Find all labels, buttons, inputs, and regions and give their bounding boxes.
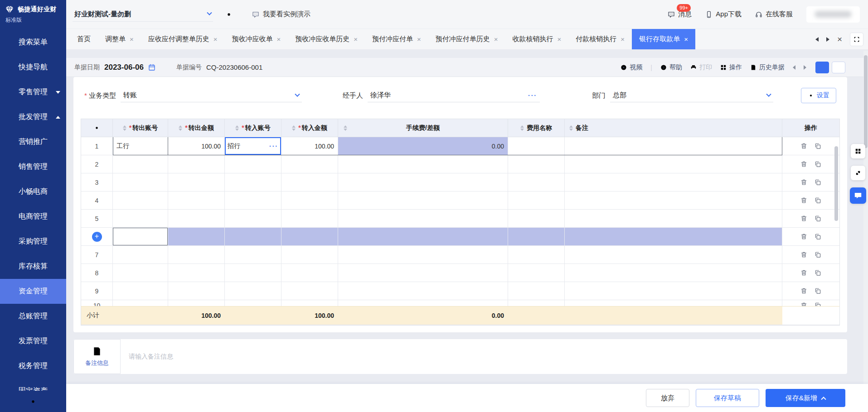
picker-dots-icon[interactable]: ···: [269, 143, 278, 150]
in-account-cell[interactable]: [225, 173, 281, 191]
row-number-cell[interactable]: 7: [81, 246, 113, 263]
close-icon[interactable]: [130, 36, 134, 43]
out-account-cell[interactable]: [113, 282, 168, 300]
note-input[interactable]: 请输入备注信息: [121, 339, 847, 374]
sidebar-item-inventory[interactable]: 库存核算: [0, 254, 66, 279]
col-header-in-account[interactable]: 转入账号: [225, 119, 281, 137]
delete-row-icon[interactable]: [800, 197, 807, 204]
remark-cell[interactable]: [565, 155, 782, 173]
remark-cell[interactable]: [565, 137, 782, 155]
delete-row-icon[interactable]: [800, 302, 807, 306]
remark-cell[interactable]: [565, 282, 782, 300]
copy-row-icon[interactable]: [815, 215, 821, 222]
fee-name-cell[interactable]: [508, 264, 565, 282]
delete-row-icon[interactable]: [800, 233, 807, 240]
messages-button[interactable]: 99+ 消息: [668, 10, 692, 19]
sort-icon[interactable]: [344, 125, 347, 131]
fee-cell[interactable]: [338, 282, 508, 300]
in-account-cell[interactable]: [225, 246, 281, 263]
out-account-cell[interactable]: [113, 264, 168, 282]
tab-advance-receipt-offset-history[interactable]: 预收冲应收单历史: [288, 29, 365, 49]
sort-icon[interactable]: [292, 125, 296, 131]
copy-row-icon[interactable]: [815, 251, 821, 258]
out-amount-cell[interactable]: [168, 282, 225, 300]
copy-row-icon[interactable]: [815, 179, 821, 186]
in-amount-cell[interactable]: [281, 264, 338, 282]
col-header-fee[interactable]: 手续费/差额: [338, 119, 508, 137]
in-account-cell[interactable]: 招行···: [225, 137, 281, 155]
handler-picker[interactable]: 徐泽华 ···: [368, 89, 540, 102]
next-doc-icon[interactable]: [804, 65, 806, 70]
col-header-out-amount[interactable]: 转出金额: [168, 119, 225, 137]
remark-cell[interactable]: [565, 173, 782, 191]
remark-cell[interactable]: [565, 210, 782, 227]
tab-adjust-doc[interactable]: 调整单: [98, 29, 141, 49]
row-number-cell[interactable]: 5: [81, 210, 113, 227]
out-account-cell[interactable]: [113, 210, 168, 227]
fee-cell[interactable]: [338, 155, 508, 173]
col-header-out-account[interactable]: 转出账号: [113, 119, 168, 137]
sidebar-item-xiaochang-ecommerce[interactable]: 小畅电商: [0, 179, 66, 204]
fee-name-cell[interactable]: [508, 173, 565, 191]
out-amount-cell[interactable]: [168, 210, 225, 227]
fee-cell[interactable]: [338, 210, 508, 227]
sidebar-item-retail[interactable]: 零售管理: [0, 80, 66, 105]
delete-row-icon[interactable]: [800, 215, 807, 222]
out-account-cell[interactable]: [113, 192, 168, 209]
out-account-cell[interactable]: [113, 228, 168, 245]
fee-name-cell[interactable]: [508, 282, 565, 300]
out-amount-cell[interactable]: [168, 264, 225, 282]
fee-name-cell[interactable]: [508, 246, 565, 263]
tab-payment-writeoff[interactable]: 付款核销执行: [568, 29, 632, 49]
fee-cell[interactable]: [338, 173, 508, 191]
in-amount-cell[interactable]: [281, 300, 338, 306]
tab-ar-ap-adjust-history[interactable]: 应收应付调整单历史: [141, 29, 225, 49]
tabs-scroll-left-icon[interactable]: [815, 37, 819, 42]
copy-row-icon[interactable]: [815, 161, 821, 168]
sidebar-item-tax[interactable]: 税务管理: [0, 354, 66, 378]
save-and-new-button[interactable]: 保存&新增: [766, 389, 845, 407]
company-settings-button[interactable]: [225, 10, 233, 19]
grid-settings-cell[interactable]: [81, 119, 113, 137]
tab-advance-payment-offset[interactable]: 预付冲应付单: [365, 29, 428, 49]
sidebar-item-quick-nav[interactable]: 快捷导航: [0, 55, 66, 80]
delete-row-icon[interactable]: [800, 287, 807, 294]
close-icon[interactable]: [213, 36, 218, 43]
company-select[interactable]: 好业财测试-量勿删: [73, 7, 213, 22]
in-account-cell[interactable]: [225, 300, 281, 306]
in-amount-cell[interactable]: [281, 282, 338, 300]
copy-row-icon[interactable]: [815, 269, 821, 276]
close-icon[interactable]: [558, 36, 562, 43]
close-icon[interactable]: [684, 36, 688, 43]
video-button[interactable]: 视频: [621, 63, 642, 72]
fee-cell[interactable]: [338, 228, 508, 245]
fee-name-cell[interactable]: [508, 228, 565, 245]
sort-icon[interactable]: [235, 125, 239, 131]
fee-name-cell[interactable]: [508, 192, 565, 209]
close-icon[interactable]: [354, 36, 358, 43]
fee-name-cell[interactable]: [508, 155, 565, 173]
close-all-tabs-icon[interactable]: [837, 35, 842, 43]
col-header-in-amount[interactable]: 转入金额: [281, 119, 338, 137]
sidebar-item-invoice[interactable]: 发票管理: [0, 329, 66, 354]
close-icon[interactable]: [494, 36, 498, 43]
out-amount-cell[interactable]: 100.00: [168, 137, 225, 155]
tab-home[interactable]: 首页: [70, 29, 98, 49]
sidebar-item-funds[interactable]: 资金管理: [0, 279, 66, 304]
out-amount-cell[interactable]: [168, 246, 225, 263]
in-account-cell[interactable]: [225, 192, 281, 209]
out-account-cell[interactable]: 工行: [113, 137, 168, 155]
row-number-cell[interactable]: [81, 228, 113, 245]
window-scrollbar[interactable]: [863, 51, 868, 412]
remark-cell[interactable]: [565, 300, 782, 306]
row-number-cell[interactable]: 9: [81, 282, 113, 300]
row-number-cell[interactable]: 3: [81, 173, 113, 191]
in-amount-cell[interactable]: [281, 210, 338, 227]
out-account-cell[interactable]: [113, 173, 168, 191]
demo-link[interactable]: 我要看实例演示: [252, 10, 310, 19]
in-account-cell[interactable]: [225, 155, 281, 173]
tab-advance-payment-offset-history[interactable]: 预付冲应付单历史: [428, 29, 505, 49]
remark-cell[interactable]: [565, 192, 782, 209]
delete-row-icon[interactable]: [800, 161, 807, 168]
tabs-scroll-right-icon[interactable]: [826, 37, 829, 42]
